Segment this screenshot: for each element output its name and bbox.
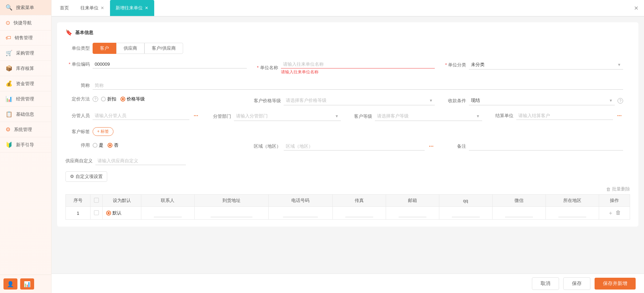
row-address[interactable] <box>194 207 269 220</box>
tab-new-partner-label: 新增往来单位 <box>116 5 143 11</box>
region-input[interactable] <box>284 142 425 150</box>
manager-input[interactable] <box>93 112 189 120</box>
sidebar-item-label: 快捷导航 <box>14 20 32 26</box>
radio-no[interactable]: 否 <box>108 142 118 148</box>
sidebar-btn-1[interactable]: 👤 <box>3 278 17 290</box>
row-contact[interactable] <box>141 207 194 220</box>
tab-new-partner-close[interactable]: ✕ <box>145 6 148 10</box>
row-email[interactable] <box>386 207 439 220</box>
payment-help-icon[interactable]: ? <box>618 98 623 104</box>
col-email: 邮箱 <box>386 195 439 207</box>
sidebar-btn-2[interactable]: 📊 <box>20 278 34 290</box>
save-new-button[interactable]: 保存并新增 <box>595 278 636 290</box>
radio-level[interactable]: 价格等级 <box>120 96 145 102</box>
radio-yes[interactable]: 是 <box>93 142 103 148</box>
chevron-down-icon: ▼ <box>617 63 621 67</box>
radio-discount[interactable]: 折扣 <box>101 96 116 102</box>
customer-price-select[interactable]: 请选择客户价格等级 ▼ <box>284 96 435 105</box>
batch-delete-button[interactable]: 🗑 批量删除 <box>606 186 630 192</box>
remark-input[interactable] <box>469 142 623 150</box>
row-phone[interactable] <box>269 207 332 220</box>
radio-discount-label: 折扣 <box>107 96 116 102</box>
sidebar-item-quicknav[interactable]: ⊙ 快捷导航 <box>0 15 51 31</box>
tag-label: 客户标签 <box>65 129 90 135</box>
short-name-field: 简称 <box>65 81 630 90</box>
sidebar-item-label: 系统管理 <box>14 127 32 133</box>
department-select[interactable]: 请输入分管部门 ▼ <box>234 112 341 121</box>
unit-code-input[interactable] <box>93 60 247 68</box>
footer-bar: 取消 保存 保存并新增 <box>52 274 644 293</box>
manager-row: 分管人员 ··· 分管部门 请输入分管部门 ▼ 客户等级 请选择客户等级 ▼ <box>65 112 630 121</box>
customer-level-label: 客户等级 <box>348 113 372 120</box>
row-action: ＋ 🗑 <box>599 207 630 220</box>
col-action: 操作 <box>599 195 630 207</box>
row-region-input[interactable] <box>558 209 586 217</box>
sidebar-item-purchase[interactable]: 🛒 采购管理 <box>0 46 51 61</box>
manager-label: 分管人员 <box>65 113 90 119</box>
row-contact-input[interactable] <box>154 209 182 217</box>
tab-home[interactable]: 首页 <box>54 0 75 16</box>
sidebar-item-search[interactable]: 🔍 搜索菜单 <box>0 0 51 15</box>
unit-category-select[interactable]: 未分类 ▼ <box>469 60 623 70</box>
row-check <box>91 207 103 220</box>
sidebar-item-newbie[interactable]: 🔰 新手引导 <box>0 137 51 153</box>
sidebar-item-operation[interactable]: 📊 经营管理 <box>0 91 51 107</box>
row-checkbox[interactable] <box>94 210 99 215</box>
cancel-button[interactable]: 取消 <box>532 277 559 290</box>
supplier-custom-label: 供应商自定义 <box>65 158 93 164</box>
supplier-custom-input[interactable] <box>95 157 186 165</box>
short-name-input[interactable] <box>93 81 623 90</box>
row-email-input[interactable] <box>399 209 426 217</box>
row-wechat[interactable] <box>492 207 545 220</box>
newbie-icon: 🔰 <box>6 141 13 148</box>
row-default-radio[interactable]: 默认 <box>106 210 138 216</box>
sidebar-item-label: 资金管理 <box>16 81 34 87</box>
sidebar-item-finance[interactable]: 💰 资金管理 <box>0 76 51 91</box>
settlement-unit-label: 结算单位 <box>489 113 513 119</box>
tab-partner[interactable]: 往来单位 ✕ <box>75 0 110 16</box>
unit-btn-supplier[interactable]: 供应商 <box>116 43 144 54</box>
row-qq-input[interactable] <box>452 209 480 217</box>
row-delete-btn[interactable]: 🗑 <box>615 210 621 217</box>
row-region[interactable] <box>545 207 599 220</box>
chevron-down-icon: ▼ <box>335 114 339 118</box>
row-qq[interactable] <box>439 207 492 220</box>
chevron-down-icon: ▼ <box>609 98 613 103</box>
row-fax[interactable] <box>332 207 386 220</box>
settlement-more-btn[interactable]: ··· <box>616 113 623 119</box>
manager-more-btn[interactable]: ··· <box>192 113 199 119</box>
row-address-input[interactable] <box>211 209 252 217</box>
payment-terms-select[interactable]: 现结 ▼ <box>469 96 615 105</box>
customer-level-select[interactable]: 请选择客户等级 ▼ <box>375 112 482 121</box>
row-phone-input[interactable] <box>283 209 318 217</box>
select-all-checkbox[interactable] <box>94 198 99 203</box>
pricing-help-icon[interactable]: ? <box>93 96 98 102</box>
region-more-btn[interactable]: ··· <box>427 143 435 149</box>
sidebar-item-sales[interactable]: 🏷 销售管理 <box>0 31 51 46</box>
row-fax-input[interactable] <box>345 209 373 217</box>
tab-new-partner[interactable]: 新增往来单位 ✕ <box>110 0 154 16</box>
tab-partner-close[interactable]: ✕ <box>101 6 104 10</box>
radio-discount-circle <box>101 97 106 101</box>
unit-btn-both[interactable]: 客户/供应商 <box>144 43 183 54</box>
window-close-icon[interactable]: ✕ <box>634 5 638 11</box>
unit-category-label: 单位分类 <box>442 62 466 68</box>
sidebar-item-basic[interactable]: 📋 基础信息 <box>0 107 51 122</box>
unit-name-input[interactable] <box>281 60 435 68</box>
sidebar-item-inventory[interactable]: 📦 库存核算 <box>0 61 51 76</box>
row-add-btn[interactable]: ＋ <box>608 210 613 217</box>
section-title: 🔖 基本信息 <box>65 29 630 36</box>
batch-delete-icon: 🗑 <box>606 187 611 192</box>
customize-settings-button[interactable]: ⚙ 自定义项设置 <box>65 171 107 182</box>
short-name-label: 简称 <box>65 82 90 89</box>
row-wechat-input[interactable] <box>505 209 533 217</box>
add-tag-button[interactable]: + 标签 <box>93 127 113 136</box>
unit-btn-customer[interactable]: 客户 <box>93 43 116 54</box>
settlement-unit-input[interactable] <box>516 112 613 120</box>
save-button[interactable]: 保存 <box>563 277 590 290</box>
sidebar-item-system[interactable]: ⚙ 系统管理 <box>0 122 51 137</box>
tab-bar: 首页 往来单位 ✕ 新增往来单位 ✕ ✕ <box>52 0 644 17</box>
unit-name-wrapper: 请输入往来单位名称 <box>281 60 435 75</box>
radio-yes-circle <box>93 143 97 148</box>
sidebar-item-label: 销售管理 <box>15 35 33 41</box>
